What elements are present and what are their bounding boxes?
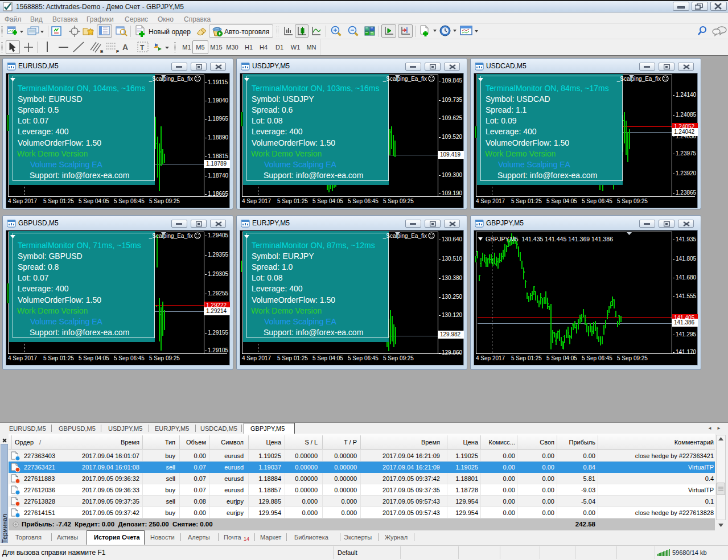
- svg-text:F: F: [116, 49, 119, 53]
- svg-text:E: E: [100, 49, 104, 53]
- svg-text:T: T: [140, 44, 145, 52]
